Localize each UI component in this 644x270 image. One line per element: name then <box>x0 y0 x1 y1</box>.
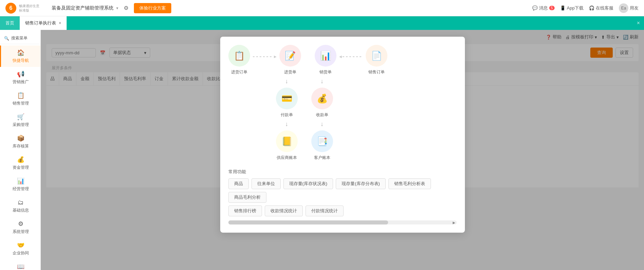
common-functions-section: 常用功能 商品 往来单位 现存量(库存状况表) 现存量(库存分布表) 销售毛利分… <box>228 169 457 216</box>
modal-scrollbar[interactable]: ▶ <box>228 220 457 224</box>
sidebar-item-quick-nav-label: 快捷导航 <box>13 58 29 64</box>
basic-info-icon: 🗂 <box>17 199 24 206</box>
tab-bar-close-icon[interactable]: × <box>637 20 640 26</box>
logo-text: 畅康通好生意 标准版 <box>19 4 39 13</box>
user-label: 用友 <box>630 5 639 11</box>
logo-area: 6 畅康通好生意 标准版 <box>5 3 46 14</box>
message-button[interactable]: 💬 消息 5 <box>532 5 555 11</box>
dropdown-arrow-icon[interactable]: ▾ <box>116 6 118 11</box>
user-area[interactable]: Ea 用友 <box>619 3 639 13</box>
finance-icon: 💰 <box>17 156 24 163</box>
logo-icon: 6 <box>5 3 16 14</box>
sidebar-item-enterprise-label: 企业协同 <box>13 250 29 256</box>
fn-goods-button[interactable]: 商品 <box>228 178 249 189</box>
scrollbar-thumb[interactable] <box>228 220 388 224</box>
tab-bar-right: × <box>637 16 644 30</box>
fn-payment-stat-button[interactable]: 付款情况统计 <box>306 205 344 216</box>
search-menu-label: 搜索菜单 <box>11 35 28 41</box>
sidebar-item-marketing[interactable]: 📢 营销推广 <box>0 67 40 88</box>
app-download-label: App下载 <box>567 5 584 11</box>
sidebar-item-newbie[interactable]: 📖 新手引导 <box>0 259 40 270</box>
payment-bill-icon: 💳 <box>276 88 298 109</box>
sidebar-item-operations[interactable]: 📊 经营管理 <box>0 174 40 195</box>
sidebar-item-enterprise[interactable]: 🤝 企业协同 <box>0 238 40 259</box>
fn-counterparty-button[interactable]: 往来单位 <box>251 178 281 189</box>
sidebar-item-marketing-label: 营销推广 <box>13 79 29 85</box>
flow-node-receipt-bill[interactable]: 💰 收款单 <box>311 88 333 118</box>
sidebar-item-basic-info[interactable]: 🗂 基础信息 <box>0 195 40 217</box>
enterprise-icon: 🤝 <box>17 241 24 249</box>
message-icon: 💬 <box>532 5 538 11</box>
customer-ledger-label: 客户账本 <box>314 155 330 161</box>
sidebar-item-system[interactable]: ⚙ 系统管理 <box>0 217 40 238</box>
app-sub: 标准版 <box>19 8 39 13</box>
message-badge: 5 <box>549 6 555 10</box>
sidebar-item-system-label: 系统管理 <box>13 229 29 235</box>
tab-close-icon[interactable]: × <box>59 21 61 25</box>
search-icon: 🔍 <box>4 36 9 41</box>
app-name: 畅康通好生意 <box>19 4 39 8</box>
purchase-bill-label: 进货单 <box>284 69 296 75</box>
top-right-area: 💬 消息 5 📱 App下载 🎧 在线客服 Ea 用友 <box>532 3 639 13</box>
fn-current-stock-dist-button[interactable]: 现存量(库存分布表) <box>336 178 386 189</box>
payment-bill-label: 付款单 <box>281 112 293 118</box>
fn-receipt-stat-button[interactable]: 收款情况统计 <box>265 205 303 216</box>
sidebar-item-inventory-label: 库存核算 <box>13 143 29 149</box>
system-title-area: 装备及固定资产辅助管理系统 ▾ ⚙ <box>52 5 128 11</box>
flow-node-purchase-order[interactable]: 📋 进货订单 <box>228 45 250 75</box>
avatar-text: Ea <box>621 6 626 11</box>
flow-node-sales-bill[interactable]: 📊 销货单 <box>315 45 336 75</box>
sidebar-item-basic-info-label: 基础信息 <box>13 208 29 213</box>
trial-button[interactable]: 体验行业方案 <box>134 3 171 13</box>
purchase-bill-icon: 📝 <box>279 45 301 67</box>
sales-bill-label: 销货单 <box>319 69 332 75</box>
sales-order-icon: 📄 <box>366 45 387 67</box>
flow-node-customer-ledger[interactable]: 📑 客户账本 <box>311 130 333 161</box>
tab-home[interactable]: 首页 <box>0 16 20 30</box>
settings-icon[interactable]: ⚙ <box>124 5 128 11</box>
fn-sales-profit-table-button[interactable]: 销售毛利分析表 <box>388 178 431 189</box>
flow-node-payment-bill[interactable]: 💳 付款单 <box>276 88 298 118</box>
sidebar-item-inventory[interactable]: 📦 库存核算 <box>0 131 40 152</box>
fn-sales-ranking-button[interactable]: 销售排行榜 <box>228 205 262 216</box>
sidebar: 🔍 搜索菜单 🏠 快捷导航 📢 营销推广 📋 销售管理 🛒 采购管理 📦 库存核… <box>0 30 41 270</box>
sales-bill-icon: 📊 <box>315 45 336 67</box>
fn-buttons-row-2: 销售排行榜 收款情况统计 付款情况统计 <box>228 205 457 216</box>
fn-goods-profit-button[interactable]: 商品毛利分析 <box>228 192 266 203</box>
online-service-button[interactable]: 🎧 在线客服 <box>589 5 613 11</box>
system-name: 装备及固定资产辅助管理系统 <box>52 5 114 11</box>
tab-home-label: 首页 <box>5 20 14 26</box>
sidebar-item-purchase[interactable]: 🛒 采购管理 <box>0 110 40 131</box>
content-area: ❓ 帮助 🖨 按模板打印 ▾ ⬆ 导出 ▾ 🔄 刷新 <box>41 30 644 270</box>
receipt-bill-icon: 💰 <box>311 88 333 109</box>
sidebar-item-sales[interactable]: 📋 销售管理 <box>0 88 40 110</box>
sidebar-item-finance[interactable]: 💰 资金管理 <box>0 152 40 174</box>
flow-node-purchase-bill[interactable]: 📝 进货单 <box>279 45 301 75</box>
purchase-order-label: 进货订单 <box>231 69 247 75</box>
modal-dialog: 📋 进货订单 ▶ 📝 进货单 <box>220 37 465 233</box>
sidebar-item-sales-label: 销售管理 <box>13 101 29 106</box>
flow-node-sales-order[interactable]: 📄 销售订单 <box>366 45 387 75</box>
avatar: Ea <box>619 3 628 13</box>
sidebar-item-quick-nav[interactable]: 🏠 快捷导航 <box>0 46 40 67</box>
supplier-ledger-icon: 📒 <box>276 130 298 152</box>
flow-node-supplier-ledger[interactable]: 📒 供应商账本 <box>276 130 298 161</box>
fn-current-stock-status-button[interactable]: 现存量(库存状况表) <box>283 178 333 189</box>
customer-ledger-icon: 📑 <box>311 130 333 152</box>
mobile-icon: 📱 <box>560 5 565 11</box>
scroll-right-arrow-icon[interactable]: ▶ <box>451 220 457 225</box>
purchase-order-icon: 📋 <box>228 45 250 67</box>
tab-sales-order-exec[interactable]: 销售订单执行表 × <box>20 16 67 30</box>
search-menu-button[interactable]: 🔍 搜索菜单 <box>0 33 40 44</box>
inventory-icon: 📦 <box>17 134 24 142</box>
tab-bar: 首页 销售订单执行表 × × <box>0 16 644 30</box>
headset-icon: 🎧 <box>589 5 594 11</box>
sidebar-item-purchase-label: 采购管理 <box>13 122 29 128</box>
receipt-bill-label: 收款单 <box>316 112 328 118</box>
app-download-button[interactable]: 📱 App下载 <box>560 5 584 11</box>
main-layout: 🔍 搜索菜单 🏠 快捷导航 📢 营销推广 📋 销售管理 🛒 采购管理 📦 库存核… <box>0 30 644 270</box>
sidebar-item-finance-label: 资金管理 <box>13 165 29 170</box>
common-functions-title: 常用功能 <box>228 169 457 175</box>
newbie-icon: 📖 <box>17 263 24 270</box>
online-service-label: 在线客服 <box>596 5 613 11</box>
